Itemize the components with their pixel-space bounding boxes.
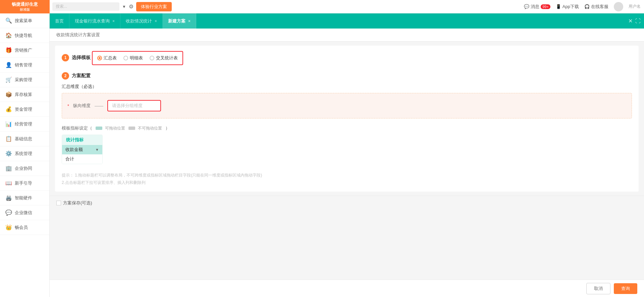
template-row: 汇总表 明细表 交叉统计表 [92,51,183,65]
dim-placeholder: 请选择分组维度 [112,103,143,108]
tab-new-plan[interactable]: 新建方案 × [163,13,196,29]
message-icon: 💬 [524,4,529,9]
gear-icon[interactable]: ⚙ [129,3,133,10]
marketing-icon: 🎁 [5,47,12,53]
sidebar-item-newbie[interactable]: 📖 新手引导 [0,176,49,191]
top-header: 畅捷通好生意 标准版 搜索... ▼ ⚙ 体验行业方案 💬 消息 99+ 📱 A… [0,0,644,13]
sidebar-item-operations[interactable]: 📊 经营管理 [0,117,49,132]
sidebar-item-marketing[interactable]: 🎁 营销推广 [0,43,49,58]
customer-service-btn[interactable]: 🎧 在线客服 [584,4,608,10]
tab-bank-flow[interactable]: 现金银行流水查询 × [69,13,120,29]
sidebar: 🔍 搜索菜单 🏠 快捷导航 🎁 营销推广 👤 销售管理 🛒 采购管理 📦 库存核… [0,13,50,297]
search-text: 搜索... [56,4,67,9]
sidebar-label-operations: 经营管理 [15,121,32,127]
tab-bank-flow-close[interactable]: × [112,19,115,23]
hint-line2: 2.点击标题栏下拉可设置排序、插入列和删除列 [62,179,632,187]
sidebar-item-finance[interactable]: 💰 资金管理 [0,102,49,117]
save-checkbox[interactable] [56,201,61,205]
step2-label: 2 方案配置 [62,72,91,80]
save-checkbox-label: 方案保存(可选) [63,200,92,206]
fixed-label: 不可拖动位置 [138,126,162,131]
sidebar-label-enterprise: 企业协同 [15,165,32,171]
app-download-label: App下载 [562,4,579,10]
dim-arrow: —— [95,103,103,108]
hint-line1: 提示： 1.拖动标题栏可以调整布局，不可跨维度或指标区域拖动栏目字段(只能在同一… [62,172,632,179]
dim-select-dropdown[interactable]: 请选择分组维度 [107,100,161,111]
radio-detail-label: 明细表 [130,55,143,61]
tab-home[interactable]: 首页 [50,13,69,29]
tab-receipt-stats[interactable]: 收款情况统计 × [120,13,163,29]
membership-icon: 👑 [5,224,12,231]
sidebar-label-membership: 畅会员 [15,225,28,231]
app-download-btn[interactable]: 📱 App下载 [556,4,579,10]
radio-cross[interactable]: 交叉统计表 [150,55,178,61]
radio-cross-circle [150,56,154,60]
radio-summary[interactable]: 汇总表 [97,55,117,61]
sidebar-item-quick-nav[interactable]: 🏠 快捷导航 [0,28,49,43]
required-asterisk: * [67,103,69,108]
newbie-icon: 📖 [5,180,12,186]
smart-hardware-icon: 🖨️ [5,195,12,201]
step2-num: 2 [62,72,69,80]
step1-container: 1 选择模板 汇总表 明细表 [62,51,632,65]
sidebar-item-wechat[interactable]: 💬 企业微信 [0,205,49,220]
indicator-settings-label: 模板指标设定（ [62,125,92,131]
tab-bar-right: ✕ ⛶ [625,13,644,29]
radio-cross-label: 交叉统计表 [156,55,178,61]
section-card: 1 选择模板 汇总表 明细表 [55,46,639,192]
sales-icon: 👤 [5,62,12,68]
finance-icon: 💰 [5,106,12,112]
tab-bar: 首页 现金银行流水查询 × 收款情况统计 × 新建方案 × ✕ ⛶ [50,13,644,29]
sidebar-item-inventory[interactable]: 📦 库存核算 [0,87,49,102]
trial-button[interactable]: 体验行业方案 [136,2,172,11]
chevron-down-icon: ▼ [95,148,99,152]
sidebar-item-smart-hardware[interactable]: 🖨️ 智能硬件 [0,191,49,205]
inventory-icon: 📦 [5,91,12,98]
indicator-settings: 模板指标设定（ 可拖动位置 不可拖动位置 ） [62,125,632,165]
stats-indicator-section: 统计指标 收款金额 ▼ 合计 [62,135,103,164]
page-content: 收款情况统计方案设置 1 选择模板 汇总表 [50,29,644,297]
fixed-dot [128,127,135,130]
bottom-save-option: 方案保存(可选) [50,196,644,210]
notifications-badge: 99+ [541,4,550,9]
tab-new-plan-close[interactable]: × [188,19,191,23]
stats-header: 统计指标 [62,135,102,145]
enterprise-icon: 🏢 [5,165,12,171]
base-info-icon: 📋 [5,136,12,142]
main-wrapper: 🔍 搜索菜单 🏠 快捷导航 🎁 营销推广 👤 销售管理 🛒 采购管理 📦 库存核… [0,13,644,297]
sidebar-label-purchase: 采购管理 [15,77,32,83]
sidebar-item-sales[interactable]: 👤 销售管理 [0,58,49,72]
bottom-bar: 取消 查询 [50,280,644,297]
movable-label: 可拖动位置 [105,126,125,131]
cancel-button[interactable]: 取消 [586,283,610,294]
breadcrumb-text: 收款情况统计方案设置 [56,32,100,37]
step1-num: 1 [62,54,69,61]
sidebar-item-system[interactable]: ⚙️ 系统管理 [0,146,49,161]
sidebar-item-search-menu[interactable]: 🔍 搜索菜单 [0,13,49,28]
query-button[interactable]: 查询 [614,283,637,294]
sidebar-item-membership[interactable]: 👑 畅会员 [0,220,49,235]
notifications-btn[interactable]: 💬 消息 99+ [524,4,550,10]
customer-service-label: 在线客服 [591,4,608,10]
step1-title: 选择模板 [72,55,91,61]
user-avatar[interactable] [614,2,623,11]
stats-item-receipt-amount[interactable]: 收款金额 ▼ [62,145,102,154]
header-search-bar[interactable]: 搜索... [52,2,119,11]
vertical-dim-label: 纵向维度 [73,103,91,109]
sidebar-item-base-info[interactable]: 📋 基础信息 [0,132,49,146]
summary-dim-title: 汇总维度（必选） [62,84,632,90]
sidebar-item-enterprise[interactable]: 🏢 企业协同 [0,161,49,176]
tab-close-window-icon[interactable]: ✕ [628,18,633,24]
system-icon: ⚙️ [5,150,12,157]
app-edition: 标准版 [20,7,30,12]
header-dropdown-btn[interactable]: ▼ [122,4,126,9]
purchase-icon: 🛒 [5,77,12,83]
legend-fixed: 不可拖动位置 [128,126,162,131]
tab-receipt-stats-close[interactable]: × [155,19,157,23]
search-menu-icon: 🔍 [5,17,12,24]
tab-maximize-icon[interactable]: ⛶ [635,18,641,24]
stats-sum: 合计 [62,154,102,164]
tab-bank-flow-label: 现金银行流水查询 [75,18,110,24]
sidebar-item-purchase[interactable]: 🛒 采购管理 [0,72,49,87]
radio-detail[interactable]: 明细表 [123,55,143,61]
